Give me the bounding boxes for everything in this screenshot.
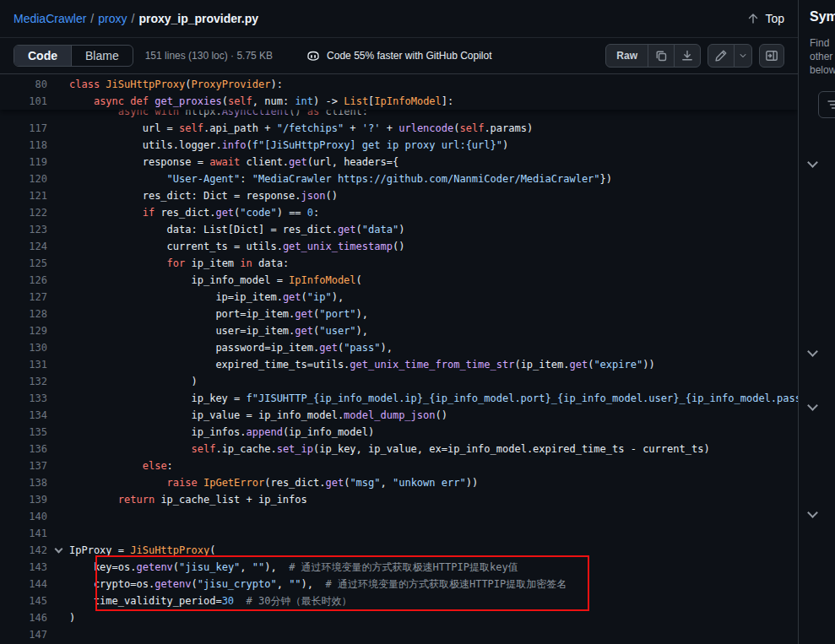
line-number[interactable]: 143 [0,559,47,576]
line-number[interactable]: 136 [0,441,47,457]
symbols-filter-button[interactable] [818,91,835,118]
line-gutter [47,356,69,373]
code-text: for ip_item in data: [69,255,289,272]
line-gutter [47,76,69,93]
code-line: 121 res_dict: Dict = response.json() [0,187,798,204]
symbols-panel-toggle-button[interactable] [759,44,784,68]
line-number[interactable]: 117 [0,120,47,137]
line-gutter [47,407,69,424]
collapse-chevron-icon[interactable] [54,545,62,554]
line-number[interactable]: 126 [0,272,47,289]
code-line: 130 password=ip_item.get("pass"), [0,339,798,356]
line-number[interactable]: 121 [0,187,47,204]
line-number[interactable]: 118 [0,137,47,154]
code-line: 142IpProxy = JiSuHttpProxy( [0,542,798,559]
symbol-expand-chevron-icon[interactable] [807,346,818,357]
line-number[interactable]: 139 [0,491,47,508]
code-text: utils.logger.info(f"[JiSuHttpProxy] get … [69,137,508,154]
line-number[interactable]: 129 [0,322,47,339]
line-number[interactable]: 133 [0,390,47,407]
symbol-expand-chevron-icon[interactable] [807,157,818,168]
line-number[interactable]: 123 [0,221,47,238]
line-number[interactable]: 120 [0,170,47,187]
back-to-top-button[interactable]: Top [746,12,784,25]
line-number[interactable]: 146 [0,609,47,626]
line-number[interactable]: 138 [0,474,47,491]
line-number[interactable]: 144 [0,576,47,593]
line-gutter [47,457,69,474]
code-text: ip_value = ip_info_model.model_dump_json… [69,407,447,424]
code-line: 134 ip_value = ip_info_model.model_dump_… [0,407,798,424]
edit-button[interactable] [708,44,735,68]
line-number[interactable]: 119 [0,154,47,170]
code-line: 122 if res_dict.get("code") == 0: [0,204,798,221]
line-number[interactable]: 135 [0,424,47,441]
code-line: 128 port=ip_item.get("port"), [0,306,798,322]
code-text: response = await client.get(url, headers… [69,154,399,170]
line-number[interactable]: 142 [0,542,47,559]
symbol-expand-chevron-icon[interactable] [807,400,818,411]
code-line: 101 async def get_proxies(self, num: int… [0,93,798,110]
line-gutter [47,542,69,559]
tab-blame[interactable]: Blame [72,46,133,66]
breadcrumb-folder-link[interactable]: proxy [98,12,127,25]
line-gutter [47,120,69,137]
code-line: 125 for ip_item in data: [0,255,798,272]
code-text: "User-Agent": "MediaCrawler https://gith… [69,170,612,187]
edit-button-group [708,44,752,68]
raw-button[interactable]: Raw [605,44,648,68]
line-number[interactable]: 128 [0,306,47,322]
symbols-desc-line: below [810,63,835,77]
breadcrumb-repo-link[interactable]: MediaCrawler [14,12,86,25]
code-area: 80class JiSuHttpProxy(ProxyProvider):101… [0,74,798,644]
tab-code[interactable]: Code [14,46,72,66]
line-number[interactable]: 134 [0,407,47,424]
code-line: 147 [0,626,798,643]
line-number[interactable]: 130 [0,339,47,356]
line-number[interactable]: 122 [0,204,47,221]
code-text: url = self.api_path + "/fetchips" + '?' … [69,120,533,137]
line-number[interactable]: 147 [0,626,47,643]
line-number[interactable]: 124 [0,238,47,255]
code-text: else: [69,457,173,474]
code-line: 117 url = self.api_path + "/fetchips" + … [0,120,798,137]
line-number[interactable]: 145 [0,593,47,609]
code-text: ) [69,373,198,390]
code-blame-switch: Code Blame [14,45,133,67]
file-header: MediaCrawler/proxy/proxy_ip_provider.py … [0,0,798,37]
line-gutter [47,626,69,643]
line-number[interactable]: 131 [0,356,47,373]
line-gutter [47,204,69,221]
code-text: async def get_proxies(self, num: int) ->… [69,93,453,110]
copy-button[interactable] [648,44,675,68]
code-text: ) [69,609,75,626]
file-toolbar: Code Blame 151 lines (130 loc) · 5.75 KB… [0,37,798,74]
line-gutter [47,154,69,170]
line-gutter [47,441,69,457]
edit-dropdown-button[interactable] [734,44,752,68]
code-line: 131 expired_time_ts=utils.get_unix_time_… [0,356,798,373]
download-button[interactable] [674,44,701,68]
line-number[interactable]: 140 [0,508,47,525]
code-text: ip_key = f"JISUHTTP_{ip_info_model.ip}_{… [69,390,798,407]
code-column: MediaCrawler/proxy/proxy_ip_provider.py … [0,0,798,644]
symbol-expand-chevron-icon[interactable] [807,507,818,518]
code-line: 126 ip_info_model = IpInfoModel( [0,272,798,289]
line-number[interactable]: 80 [0,76,47,93]
line-number[interactable] [0,110,47,120]
line-number[interactable]: 127 [0,289,47,306]
line-gutter [47,221,69,238]
code-text: crypto=os.getenv("jisu_crypto", ""), # 通… [69,576,567,593]
line-gutter [47,593,69,609]
line-gutter [47,491,69,508]
code-line: 138 raise IpGetError(res_dict.get("msg",… [0,474,798,491]
code-line: 145 time_validity_period=30 # 30分钟（最长时效） [0,593,798,609]
line-number[interactable]: 125 [0,255,47,272]
line-number[interactable]: 132 [0,373,47,390]
line-number[interactable]: 101 [0,93,47,110]
line-gutter [47,508,69,525]
line-number[interactable]: 141 [0,525,47,542]
code-line: 144 crypto=os.getenv("jisu_crypto", ""),… [0,576,798,593]
line-number[interactable]: 137 [0,457,47,474]
code-text: data: List[Dict] = res_dict.get("data") [69,221,404,238]
